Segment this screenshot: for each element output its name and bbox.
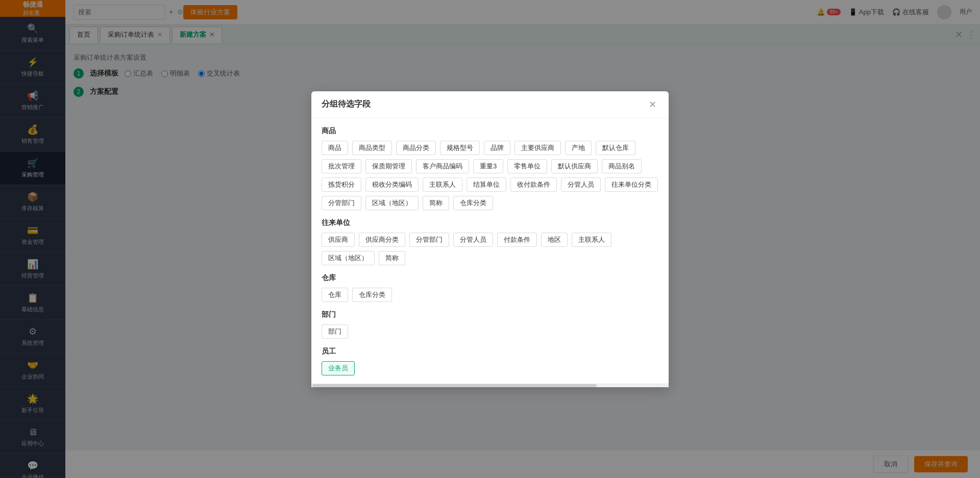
tag-往来单位-1[interactable]: 供应商分类 [359, 233, 405, 247]
dialog-close-button[interactable]: ✕ [646, 98, 658, 111]
tag-仓库-0[interactable]: 仓库 [322, 288, 348, 302]
tag-商品-20[interactable]: 分管人员 [561, 178, 601, 192]
tag-商品-24[interactable]: 简称 [423, 196, 449, 210]
tag-商品-16[interactable]: 税收分类编码 [365, 178, 419, 192]
tag-商品-21[interactable]: 往来单位分类 [605, 178, 658, 192]
scrollbar-thumb [312, 384, 597, 387]
tag-商品-14[interactable]: 商品别名 [602, 159, 642, 173]
dialog-body: 商品商品商品类型商品分类规格型号品牌主要供应商产地默认仓库批次管理保质期管理客户… [311, 118, 669, 384]
tag-部门-0[interactable]: 部门 [322, 324, 348, 339]
tag-商品-15[interactable]: 拣货积分 [322, 178, 361, 192]
section-title-部门: 部门 [322, 310, 658, 319]
tag-商品-7[interactable]: 默认仓库 [596, 141, 635, 155]
section-tags-往来单位: 供应商供应商分类分管部门分管人员付款条件地区主联系人区域（地区）简称 [322, 233, 658, 265]
section-tags-员工: 业务员 [322, 361, 658, 375]
tag-往来单位-0[interactable]: 供应商 [322, 233, 355, 247]
tag-商品-8[interactable]: 批次管理 [322, 159, 361, 173]
tag-往来单位-2[interactable]: 分管部门 [409, 233, 449, 247]
tag-商品-22[interactable]: 分管部门 [322, 196, 361, 210]
tag-往来单位-4[interactable]: 付款条件 [497, 233, 537, 247]
tag-商品-5[interactable]: 主要供应商 [514, 141, 561, 155]
tag-往来单位-5[interactable]: 地区 [541, 233, 568, 247]
section-tags-商品: 商品商品类型商品分类规格型号品牌主要供应商产地默认仓库批次管理保质期管理客户商品… [322, 141, 658, 210]
tag-员工-0[interactable]: 业务员 [322, 361, 355, 375]
tag-往来单位-8[interactable]: 简称 [379, 251, 405, 265]
tag-往来单位-3[interactable]: 分管人员 [453, 233, 493, 247]
tag-商品-12[interactable]: 零售单位 [507, 159, 547, 173]
tag-商品-3[interactable]: 规格型号 [440, 141, 480, 155]
tag-商品-10[interactable]: 客户商品编码 [416, 159, 469, 173]
tag-商品-17[interactable]: 主联系人 [423, 178, 462, 192]
tag-商品-18[interactable]: 结算单位 [467, 178, 506, 192]
tag-商品-0[interactable]: 商品 [322, 141, 348, 155]
section-title-员工: 员工 [322, 347, 658, 356]
tag-商品-1[interactable]: 商品类型 [352, 141, 392, 155]
dialog-title: 分组待选字段 [322, 99, 371, 110]
tag-商品-2[interactable]: 商品分类 [396, 141, 436, 155]
tag-商品-19[interactable]: 收付款条件 [510, 178, 557, 192]
horizontal-scrollbar[interactable] [311, 384, 669, 387]
tag-商品-25[interactable]: 仓库分类 [453, 196, 493, 210]
dialog-header: 分组待选字段 ✕ [311, 91, 669, 118]
tag-仓库-1[interactable]: 仓库分类 [352, 288, 392, 302]
section-title-往来单位: 往来单位 [322, 218, 658, 228]
section-title-仓库: 仓库 [322, 273, 658, 283]
tag-商品-4[interactable]: 品牌 [484, 141, 510, 155]
tag-商品-6[interactable]: 产地 [565, 141, 592, 155]
tag-往来单位-6[interactable]: 主联系人 [572, 233, 611, 247]
section-tags-仓库: 仓库仓库分类 [322, 288, 658, 302]
tag-往来单位-7[interactable]: 区域（地区） [322, 251, 375, 265]
section-title-商品: 商品 [322, 127, 658, 136]
field-selection-dialog: 分组待选字段 ✕ 商品商品商品类型商品分类规格型号品牌主要供应商产地默认仓库批次… [311, 91, 669, 387]
tag-商品-9[interactable]: 保质期管理 [365, 159, 412, 173]
section-tags-部门: 部门 [322, 324, 658, 339]
tag-商品-23[interactable]: 区域（地区） [365, 196, 419, 210]
tag-商品-11[interactable]: 重量3 [473, 159, 503, 173]
tag-商品-13[interactable]: 默认供应商 [551, 159, 598, 173]
